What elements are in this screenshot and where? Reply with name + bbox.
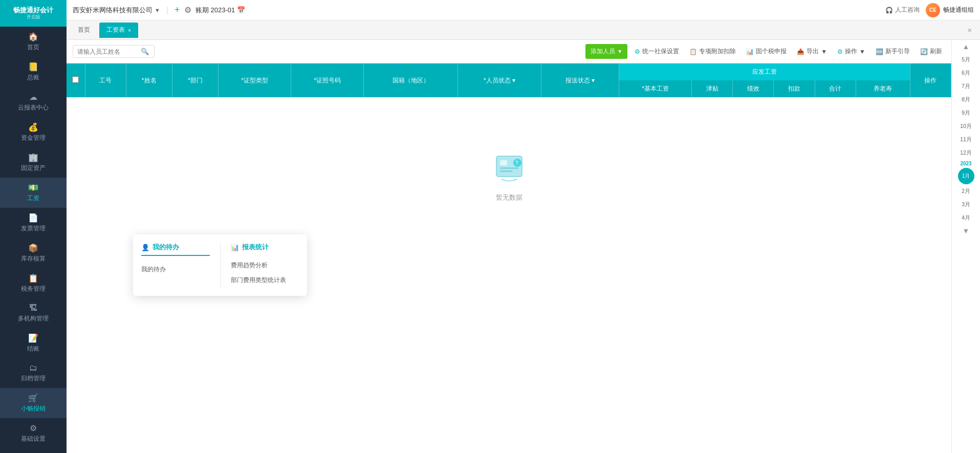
popup-item-dept-expense[interactable]: 部门费用类型统计表 [231,273,299,288]
sidebar-icon-11: 🗂 [29,363,37,373]
tab-area-close-icon[interactable]: × [968,26,972,34]
month-item-6[interactable]: 6月 [958,67,974,79]
popup-section-stats: 📊 报表统计 费用趋势分析 部门费用类型统计表 [231,243,299,288]
popup-item-todo[interactable]: 我的待办 [141,262,210,277]
sidebar-item-4[interactable]: 🏢固定资产 [0,147,67,178]
refresh-btn[interactable]: 🔄 刷新 [917,45,945,58]
table-header-dept: *部门 [172,63,218,97]
special-deduction-label: 专项附加扣除 [699,47,736,56]
month-item-3[interactable]: 3月 [958,198,974,211]
operation-icon: ⚙ [837,48,843,55]
search-icon: 🔍 [141,48,149,55]
special-deduction-icon: 📋 [689,48,697,55]
social-insurance-label: 统一社保设置 [642,47,679,56]
add-person-arrow-icon: ▼ [617,49,622,54]
sidebar-item-10[interactable]: 📝结账 [0,328,67,358]
no-data-illustration: ? [489,146,530,187]
sidebar-icon-6: 📄 [28,213,38,223]
sidebar-item-14[interactable]: ▶新手引导 [0,448,67,453]
special-deduction-btn[interactable]: 📋 专项附加扣除 [686,45,739,58]
refresh-label: 刷新 [930,47,942,56]
table-header-status: *人员状态 ▾ [458,63,541,97]
tab-salary-close-icon[interactable]: × [128,27,131,33]
table-header-name: *姓名 [126,63,172,97]
sidebar-icon-1: 📒 [28,62,38,72]
settings-icon[interactable]: ⚙ [184,5,191,15]
sidebar-item-5[interactable]: 💵工资 [0,178,67,208]
month-nav-up[interactable]: ▲ [961,41,971,52]
popup-todo-header: 👤 我的待办 [141,243,210,256]
export-arrow-icon: ▼ [821,48,827,55]
month-item-5[interactable]: 5月 [958,53,974,66]
stats-icon: 📊 [231,244,239,251]
sidebar-item-12[interactable]: 🛒小畅报销 [0,388,67,418]
tabbar: 首页 工资表 × × [67,20,980,40]
operation-label: 操作 [845,47,857,56]
table-header-total: 合计 [815,80,856,97]
main-area: 西安虾米网络科技有限公司 ▼ | + ⚙ 账期 2023-01 📅 🎧 人工咨询… [67,0,980,453]
table-header-allowance: 津贴 [692,80,733,97]
tab-home[interactable]: 首页 [71,23,97,38]
period-selector[interactable]: 账期 2023-01 📅 [195,6,246,15]
popup-divider [220,243,221,288]
month-item-4[interactable]: 4月 [958,211,974,224]
sidebar-logo: 畅捷通好会计 开启版 [0,0,67,27]
popup-todo-title: 我的待办 [153,243,179,252]
month-item-8[interactable]: 8月 [958,93,974,106]
social-insurance-icon: ⚙ [635,48,640,55]
guide-icon: 🆕 [876,48,883,55]
refresh-icon: 🔄 [920,48,928,55]
export-btn[interactable]: 📤 导出 ▼ [794,45,830,58]
sidebar-item-8[interactable]: 📋税务管理 [0,268,67,298]
todo-icon: 👤 [141,244,149,251]
sidebar-item-0[interactable]: 🏠首页 [0,27,67,57]
month-item-12[interactable]: 12月 [958,146,974,159]
guide-label: 新手引导 [885,47,910,56]
tax-declaration-btn[interactable]: 📊 固个税申报 [743,45,790,58]
table-header-deduction: 扣款 [774,80,815,97]
user-menu[interactable]: CE 畅捷通组组 [926,3,974,17]
month-item-9[interactable]: 9月 [958,106,974,119]
sidebar-item-1[interactable]: 📒总账 [0,57,67,87]
select-all-checkbox[interactable] [72,76,79,83]
add-person-button[interactable]: 添加人员 ▼ [585,44,627,59]
popup-stats-title: 报表统计 [242,243,269,252]
avatar-text: CE [929,7,937,13]
guide-btn[interactable]: 🆕 新手引导 [873,45,913,58]
social-insurance-btn[interactable]: ⚙ 统一社保设置 [631,45,682,58]
sidebar-nav: 🏠首页📒总账☁云报表中心💰资金管理🏢固定资产💵工资📄发票管理📦库存核算📋税务管理… [0,27,67,453]
month-item-7[interactable]: 7月 [958,80,974,93]
sidebar-item-11[interactable]: 🗂归档管理 [0,358,67,388]
sidebar-label-0: 首页 [27,43,39,52]
sidebar-item-6[interactable]: 📄发票管理 [0,208,67,238]
sidebar-item-13[interactable]: ⚙基础设置 [0,418,67,448]
table-header-performance: 绩效 [733,80,774,97]
table-header-id: 工号 [85,63,126,97]
table-header-actions: 操作 [910,63,951,97]
search-box[interactable]: 🔍 [73,45,155,58]
month-item-10[interactable]: 10月 [958,120,974,133]
sidebar-item-2[interactable]: ☁云报表中心 [0,87,67,117]
month-item-2[interactable]: 2月 [958,185,974,198]
sidebar-item-7[interactable]: 📦库存核算 [0,238,67,268]
headset-icon: 🎧 [885,7,893,14]
help-button[interactable]: 🎧 人工咨询 [885,6,920,14]
operation-btn[interactable]: ⚙ 操作 ▼ [834,45,868,58]
sidebar-item-3[interactable]: 💰资金管理 [0,117,67,147]
add-person-label: 添加人员 [591,47,615,56]
sidebar-icon-8: 📋 [28,273,38,283]
popup-item-expense-trend[interactable]: 费用趋势分析 [231,258,299,273]
sidebar-label-1: 总账 [27,73,39,82]
sidebar-label-4: 固定资产 [21,164,46,172]
sidebar-item-9[interactable]: 🏗多机构管理 [0,298,67,328]
add-company-icon[interactable]: + [175,5,180,15]
tab-salary[interactable]: 工资表 × [99,23,138,38]
search-input[interactable] [77,48,139,55]
month-nav-down[interactable]: ▼ [961,225,971,236]
sidebar-icon-5: 💵 [28,183,38,192]
company-selector[interactable]: 西安虾米网络科技有限公司 ▼ [73,6,160,15]
month-item-11[interactable]: 11月 [958,133,974,146]
month-item-1-active[interactable]: 1月 [958,168,974,184]
table-header-pension: 养老寿 [856,80,910,97]
sidebar-label-12: 小畅报销 [21,404,46,413]
